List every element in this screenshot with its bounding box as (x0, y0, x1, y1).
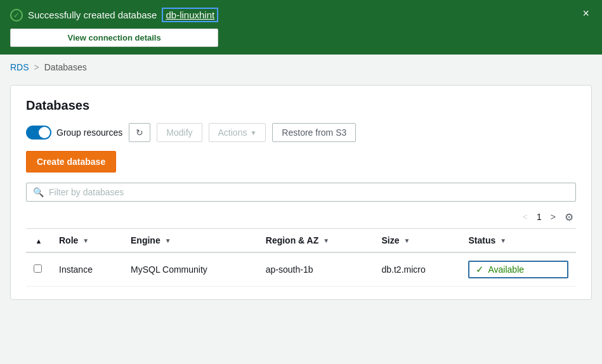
prev-page-button[interactable]: < (519, 211, 532, 223)
table-row: Instance MySQL Community ap-south-1b db.… (26, 252, 576, 287)
status-check-icon: ✓ (476, 264, 484, 275)
main-content: Databases Group resources ↻ Modify Actio… (0, 80, 602, 310)
toolbar: Group resources ↻ Modify Actions ▼ Resto… (26, 123, 576, 142)
create-database-button[interactable]: Create database (26, 151, 116, 172)
databases-table: ▲ Role ▼ Engine ▼ (26, 228, 576, 287)
banner-db-name[interactable]: db-linuxhint (162, 8, 218, 22)
filter-row: 🔍 (26, 183, 576, 202)
row-checkbox[interactable] (26, 252, 51, 287)
status-badge: ✓ Available (468, 261, 568, 278)
close-banner-button[interactable]: × (580, 8, 592, 19)
status-text: Available (488, 264, 524, 275)
col-size: Size ▼ (374, 229, 461, 253)
banner-message-prefix: Successfully created database (28, 10, 157, 20)
page-number: 1 (537, 212, 542, 222)
group-resources-toggle-group: Group resources (26, 126, 122, 140)
actions-button[interactable]: Actions ▼ (209, 123, 266, 142)
row-region-az: ap-south-1b (258, 252, 374, 287)
restore-from-s3-button[interactable]: Restore from S3 (272, 123, 356, 142)
table-settings-button[interactable]: ⚙ (565, 211, 573, 223)
refresh-icon: ↻ (136, 127, 143, 138)
banner-title: ✓ Successfully created database db-linux… (10, 8, 218, 22)
table-header-row: ▲ Role ▼ Engine ▼ (26, 229, 576, 253)
row-size: db.t2.micro (374, 252, 461, 287)
create-db-row: Create database (26, 151, 576, 172)
filter-input[interactable] (49, 187, 569, 197)
region-sort-icon: ▼ (323, 237, 329, 244)
sort-icon: ▲ (36, 237, 43, 245)
banner-left: ✓ Successfully created database db-linux… (10, 8, 218, 47)
success-banner: ✓ Successfully created database db-linux… (0, 0, 602, 55)
row-select-checkbox[interactable] (34, 264, 42, 273)
row-role: Instance (51, 252, 123, 287)
view-connection-button[interactable]: View connection details (10, 29, 218, 47)
status-sort-icon: ▼ (500, 237, 506, 244)
databases-card: Databases Group resources ↻ Modify Actio… (10, 85, 592, 300)
role-sort-icon: ▼ (82, 237, 89, 244)
group-resources-toggle[interactable] (26, 126, 51, 140)
breadcrumb-rds[interactable]: RDS (10, 62, 29, 72)
page-title: Databases (26, 98, 576, 113)
col-region-az: Region & AZ ▼ (258, 229, 374, 253)
next-page-button[interactable]: > (547, 211, 559, 223)
col-role: Role ▼ (51, 229, 123, 253)
breadcrumb-databases: Databases (44, 62, 87, 72)
engine-sort-icon: ▼ (165, 237, 171, 244)
col-sort: ▲ (26, 229, 51, 253)
pagination-row: < 1 > ⚙ (26, 211, 576, 223)
filter-input-wrap: 🔍 (26, 183, 576, 202)
actions-chevron-icon: ▼ (250, 129, 256, 136)
refresh-button[interactable]: ↻ (129, 123, 150, 142)
success-icon: ✓ (10, 9, 23, 22)
size-sort-icon: ▼ (404, 237, 410, 244)
col-status: Status ▼ (461, 229, 576, 253)
modify-button[interactable]: Modify (157, 123, 202, 142)
breadcrumb: RDS > Databases (0, 55, 602, 80)
breadcrumb-separator: > (34, 62, 39, 72)
col-engine: Engine ▼ (123, 229, 258, 253)
row-engine: MySQL Community (123, 252, 258, 287)
search-icon: 🔍 (33, 187, 44, 197)
row-status: ✓ Available (461, 252, 576, 287)
actions-label: Actions (218, 127, 247, 138)
group-resources-label: Group resources (56, 127, 122, 138)
